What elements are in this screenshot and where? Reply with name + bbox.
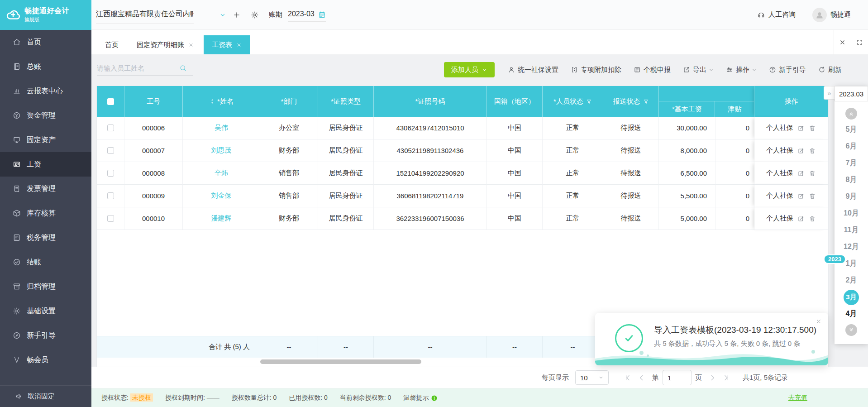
filter-icon[interactable] <box>643 99 649 105</box>
scrollbar-thumb[interactable] <box>260 359 421 364</box>
cell-name-link[interactable]: 刘思茂 <box>183 139 260 162</box>
column-header-check[interactable] <box>97 86 124 117</box>
collapse-panel-button[interactable]: » <box>824 86 835 100</box>
page-number-input[interactable] <box>663 370 692 385</box>
period-value[interactable]: 2023-03 <box>288 10 326 21</box>
trash-icon[interactable] <box>809 192 816 200</box>
prev-page-icon[interactable] <box>638 374 645 382</box>
last-page-icon[interactable] <box>723 374 730 382</box>
personal-insurance-link[interactable]: 个人社保 <box>766 214 793 223</box>
row-checkbox[interactable] <box>107 170 114 177</box>
month-item-5月[interactable]: 5月 <box>835 121 868 138</box>
scroll-up-button[interactable] <box>845 108 857 120</box>
tab-close-icon[interactable] <box>236 42 242 48</box>
unpin-sidebar-button[interactable]: 取消固定 <box>0 385 91 407</box>
sidebar-item-settle[interactable]: 结账 <box>0 250 91 274</box>
personal-insurance-link[interactable]: 个人社保 <box>766 192 793 200</box>
toolbar-action-export[interactable]: 导出 <box>683 66 714 74</box>
month-item-7月[interactable]: 7月 <box>835 155 868 172</box>
info-icon[interactable] <box>431 395 438 402</box>
help-button[interactable]: 人工咨询 <box>757 10 796 19</box>
row-checkbox[interactable] <box>107 124 114 131</box>
row-checkbox[interactable] <box>107 192 114 199</box>
toolbar-action-question[interactable]: 新手引导 <box>769 66 806 74</box>
sidebar-item-archive[interactable]: 归档管理 <box>0 274 91 299</box>
edit-icon[interactable] <box>797 192 805 200</box>
toolbar-action-refresh[interactable]: 刷新 <box>818 66 842 74</box>
per-page-select[interactable]: 10 <box>575 370 609 385</box>
calendar-icon[interactable] <box>318 11 326 19</box>
toolbar-action-ops[interactable]: 操作 <box>726 66 757 74</box>
add-person-button[interactable]: 添加人员 <box>444 62 495 77</box>
sidebar-item-asset[interactable]: 固定资产 <box>0 128 91 152</box>
cell-name-link[interactable]: 潘建辉 <box>183 207 260 230</box>
sidebar-item-fund[interactable]: 资金管理 <box>0 103 91 128</box>
trash-icon[interactable] <box>809 215 816 222</box>
month-item-6月[interactable]: 6月 <box>835 138 868 155</box>
trash-icon[interactable] <box>809 147 816 154</box>
year-badge: 2023 <box>824 254 846 264</box>
month-item-3月[interactable]: 3月 <box>835 289 868 306</box>
month-item-2月[interactable]: 2月 <box>835 272 868 289</box>
month-item-12月[interactable]: 12月 <box>835 239 868 255</box>
cell-name-link[interactable]: 辛炜 <box>183 162 260 185</box>
recharge-link[interactable]: 去充值 <box>788 394 807 402</box>
edit-icon[interactable] <box>797 124 805 132</box>
scroll-down-button[interactable] <box>845 324 857 336</box>
cell-name-link[interactable]: 吴伟 <box>183 117 260 139</box>
next-page-icon[interactable] <box>709 374 716 382</box>
edit-icon[interactable] <box>797 147 805 154</box>
sidebar-item-ledger[interactable]: 总账 <box>0 54 91 79</box>
toolbar-action-deduction[interactable]: 专项附加扣除 <box>571 66 621 74</box>
username[interactable]: 畅捷通 <box>830 10 851 19</box>
chevron-down-icon[interactable] <box>219 11 226 19</box>
tab-2[interactable]: 工资表 <box>204 35 250 54</box>
tab-0[interactable]: 首页 <box>97 35 127 54</box>
row-checkbox[interactable] <box>107 215 114 222</box>
edit-icon[interactable] <box>797 215 805 222</box>
month-item-10月[interactable]: 10月 <box>835 205 868 222</box>
trash-icon[interactable] <box>809 170 816 177</box>
month-item-4月[interactable]: 4月 <box>835 306 868 322</box>
toolbar-action-person[interactable]: 统一社保设置 <box>508 66 558 74</box>
personal-insurance-link[interactable]: 个人社保 <box>766 169 793 177</box>
select-all-checkbox[interactable] <box>107 98 114 105</box>
month-item-11月[interactable]: 11月 <box>835 222 868 239</box>
gear-icon[interactable] <box>251 11 259 19</box>
company-selector[interactable]: 江西服宝精品有限责任公司内账张 <box>96 10 194 24</box>
sidebar-item-invoice[interactable]: 发票管理 <box>0 177 91 201</box>
trash-icon[interactable] <box>809 124 816 132</box>
cell-name-link[interactable]: 刘金保 <box>183 185 260 207</box>
cell-status: 正常 <box>543 207 603 230</box>
month-item-8月[interactable]: 8月 <box>835 172 868 188</box>
filter-icon[interactable] <box>586 99 592 105</box>
sidebar-item-tax[interactable]: 税务管理 <box>0 225 91 250</box>
fullscreen-button[interactable] <box>851 30 868 54</box>
personal-insurance-link[interactable]: 个人社保 <box>766 146 793 155</box>
toast-close-icon[interactable] <box>816 318 822 325</box>
sidebar-item-settings[interactable]: 基础设置 <box>0 299 91 323</box>
sidebar-item-member[interactable]: 畅会员 <box>0 348 91 372</box>
column-header-name[interactable]: *姓名 <box>183 86 260 117</box>
tab-close-icon[interactable] <box>188 42 194 48</box>
toolbar-action-taxfile[interactable]: 个税申报 <box>634 66 671 74</box>
tab-1[interactable]: 固定资产明细账 <box>129 35 202 54</box>
first-page-icon[interactable] <box>624 374 631 382</box>
sidebar-item-home[interactable]: 首页 <box>0 30 91 54</box>
row-checkbox[interactable] <box>107 147 114 154</box>
edit-icon[interactable] <box>797 170 805 177</box>
sidebar-item-inventory[interactable]: 库存核算 <box>0 201 91 225</box>
search-icon[interactable] <box>179 64 187 72</box>
auth-total: 授权数量总计: 0 <box>232 394 277 402</box>
sidebar-item-report[interactable]: 云报表中心 <box>0 79 91 103</box>
sidebar-item-salary[interactable]: 工资 <box>0 152 91 177</box>
date-panel-header[interactable]: 2023.03 <box>835 86 868 101</box>
personal-insurance-link[interactable]: 个人社保 <box>766 124 793 132</box>
pagination-bar: 每页显示 10 第 页 共1页, 5条记录 <box>91 367 868 388</box>
avatar[interactable] <box>812 8 827 22</box>
add-account-icon[interactable] <box>233 11 241 19</box>
month-item-9月[interactable]: 9月 <box>835 188 868 205</box>
close-all-tabs-button[interactable] <box>834 30 851 54</box>
search-input[interactable] <box>97 64 179 72</box>
sidebar-item-guide[interactable]: 新手引导 <box>0 323 91 348</box>
